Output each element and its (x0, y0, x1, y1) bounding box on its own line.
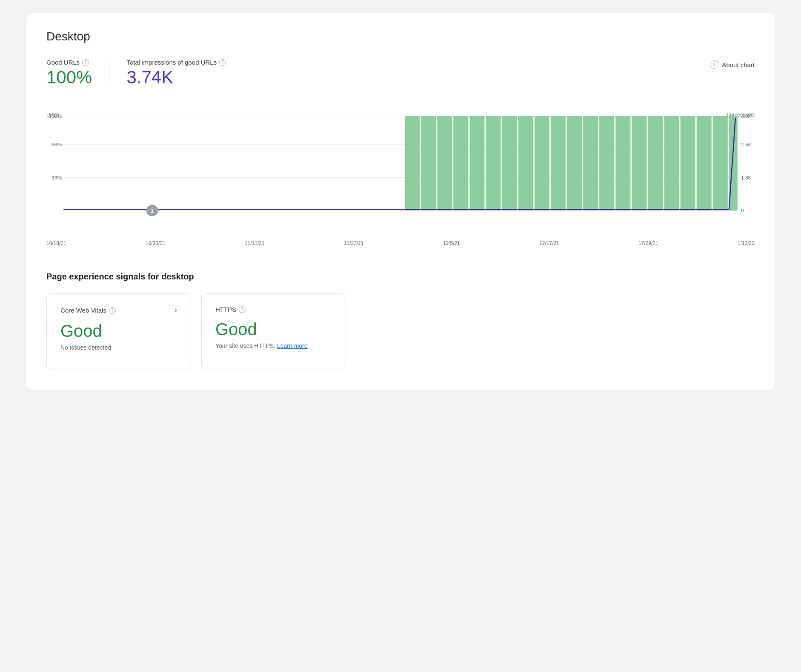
svg-text:0: 0 (741, 208, 744, 214)
signals-section-title: Page experience signals for desktop (46, 272, 755, 282)
chart-container: URLs Impressions 100% 66% 33% 3.8K 2.5K … (46, 103, 755, 246)
x-label-4: 12/5/21 (443, 240, 460, 246)
svg-rect-17 (502, 116, 517, 211)
svg-text:3.8K: 3.8K (741, 113, 752, 119)
learn-more-link[interactable]: Learn more (277, 342, 308, 349)
signals-section: Page experience signals for desktop Core… (46, 272, 755, 370)
https-help-icon[interactable]: ? (239, 306, 246, 313)
core-web-vitals-description: No issues detected (60, 344, 177, 351)
https-card: HTTPS ? Good Your site uses HTTPS. Learn… (201, 293, 346, 370)
https-description: Your site uses HTTPS. Learn more (215, 342, 332, 349)
page-title: Desktop (46, 30, 755, 43)
x-axis-labels: 10/18/21 10/30/21 11/11/21 11/23/21 12/5… (46, 240, 755, 246)
svg-rect-25 (632, 116, 647, 211)
total-impressions-help-icon[interactable]: ? (219, 59, 226, 66)
total-impressions-block: Total impressions of good URLs ? 3.74K (109, 59, 226, 86)
signals-grid: Core Web Vitals ? › Good No issues detec… (46, 293, 755, 370)
svg-rect-19 (535, 116, 549, 211)
core-web-vitals-header: Core Web Vitals ? › (60, 306, 177, 315)
core-web-vitals-label: Core Web Vitals ? (60, 307, 116, 314)
svg-rect-11 (405, 116, 420, 211)
svg-text:1.3K: 1.3K (741, 175, 752, 181)
core-web-vitals-value: Good (60, 322, 177, 341)
https-label: HTTPS ? (215, 306, 246, 313)
svg-text:100%: 100% (49, 113, 62, 119)
x-label-1: 10/30/21 (146, 240, 166, 246)
svg-rect-15 (469, 116, 484, 211)
total-impressions-value: 3.74K (126, 68, 226, 86)
metrics-row: Good URLs ? 100% Total impressions of go… (46, 59, 755, 86)
good-urls-label: Good URLs ? (46, 59, 92, 66)
svg-rect-13 (437, 116, 452, 211)
x-label-5: 12/17/21 (539, 240, 559, 246)
svg-text:1: 1 (151, 208, 154, 214)
svg-rect-26 (648, 116, 663, 211)
svg-rect-22 (583, 116, 598, 211)
chart-area: URLs Impressions 100% 66% 33% 3.8K 2.5K … (46, 103, 755, 239)
x-label-0: 10/18/21 (46, 240, 66, 246)
svg-rect-27 (664, 116, 679, 211)
x-label-2: 11/11/21 (245, 240, 265, 246)
total-impressions-label: Total impressions of good URLs ? (126, 59, 226, 66)
chart-svg: 100% 66% 33% 3.8K 2.5K 1.3K 0 (46, 112, 755, 235)
svg-text:66%: 66% (51, 142, 62, 148)
svg-rect-16 (486, 116, 501, 211)
info-circle-icon: i (710, 60, 718, 69)
good-urls-value: 100% (46, 68, 92, 86)
svg-rect-21 (567, 116, 582, 211)
svg-rect-29 (697, 116, 712, 211)
svg-rect-20 (551, 116, 566, 211)
svg-rect-24 (615, 116, 630, 211)
svg-rect-28 (681, 116, 695, 211)
svg-rect-23 (599, 116, 614, 211)
svg-rect-12 (421, 116, 436, 211)
svg-text:2.5K: 2.5K (741, 142, 752, 148)
about-chart-button[interactable]: i About chart (710, 60, 755, 69)
svg-text:33%: 33% (51, 175, 62, 181)
svg-rect-30 (713, 116, 728, 211)
core-web-vitals-card: Core Web Vitals ? › Good No issues detec… (46, 293, 191, 370)
x-label-6: 12/29/21 (638, 240, 658, 246)
x-label-7: 1/10/22 (738, 240, 755, 246)
https-value: Good (215, 320, 332, 339)
x-label-3: 11/23/21 (344, 240, 364, 246)
chevron-right-icon[interactable]: › (175, 306, 177, 315)
main-card: Desktop Good URLs ? 100% Total impressio… (26, 13, 775, 390)
svg-rect-18 (518, 116, 533, 211)
good-urls-block: Good URLs ? 100% (46, 59, 109, 86)
https-header: HTTPS ? (215, 306, 332, 313)
good-urls-help-icon[interactable]: ? (82, 59, 89, 66)
core-web-vitals-help-icon[interactable]: ? (109, 307, 116, 314)
svg-rect-14 (453, 116, 468, 211)
